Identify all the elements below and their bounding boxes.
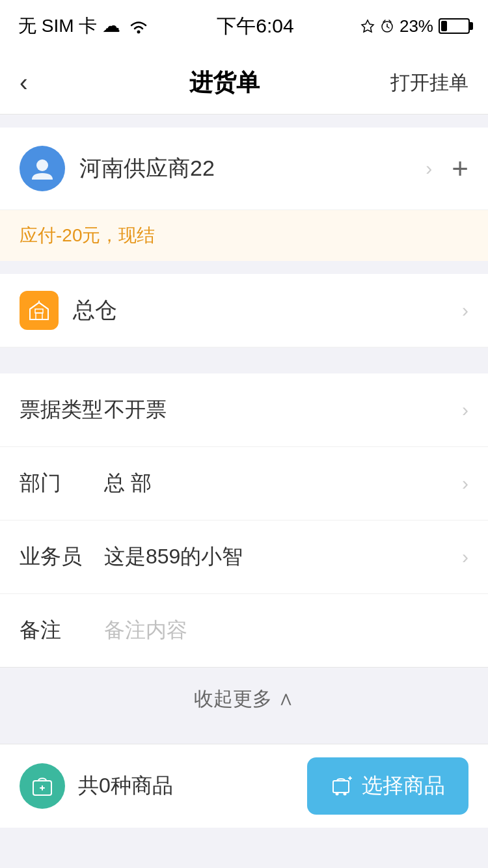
svg-rect-9 <box>333 781 349 793</box>
collapse-button[interactable]: 收起更多 ∧ <box>0 667 488 731</box>
user-icon <box>29 155 56 182</box>
product-icon-wrap <box>20 763 65 809</box>
svg-point-0 <box>137 31 141 34</box>
svg-rect-7 <box>36 313 42 319</box>
department-chevron-icon: › <box>462 472 468 495</box>
nav-bar: ‹ 进货单 打开挂单 <box>0 52 488 115</box>
invoice-label: 票据类型 <box>20 396 104 424</box>
notice-banner: 应付-20元，现结 <box>0 210 488 261</box>
salesperson-row[interactable]: 业务员 这是859的小智 › <box>0 521 488 594</box>
battery-icon <box>439 18 470 34</box>
department-value: 总 部 <box>104 469 462 498</box>
department-row[interactable]: 部门 总 部 › <box>0 447 488 521</box>
section-gap-2 <box>0 261 488 274</box>
status-right: 23% <box>360 16 470 36</box>
supplier-section: 河南供应商22 › + 应付-20元，现结 <box>0 128 488 261</box>
section-gap-1 <box>0 115 488 128</box>
status-bar: 无 SIM 卡 ☁ 下午6:04 23% <box>0 0 488 52</box>
salesperson-value: 这是859的小智 <box>104 543 462 571</box>
warehouse-chevron-icon: › <box>462 299 468 321</box>
form-section: 票据类型 不开票 › 部门 总 部 › 业务员 这是859的小智 › 备注 备注… <box>0 373 488 667</box>
status-left: 无 SIM 卡 ☁ <box>18 14 150 38</box>
svg-point-10 <box>336 793 339 796</box>
warehouse-row[interactable]: 总仓 › <box>0 274 488 347</box>
cart-icon <box>331 774 354 798</box>
svg-line-3 <box>387 27 389 28</box>
product-icon <box>29 773 55 799</box>
supplier-row[interactable]: 河南供应商22 › + <box>0 128 488 210</box>
supplier-avatar <box>20 146 65 191</box>
page-title: 进货单 <box>59 67 390 99</box>
select-product-button[interactable]: 选择商品 <box>307 757 468 815</box>
warehouse-name: 总仓 <box>73 295 462 325</box>
location-icon <box>360 19 375 33</box>
open-pending-button[interactable]: 打开挂单 <box>390 70 468 96</box>
salesperson-label: 业务员 <box>20 543 104 571</box>
status-time: 下午6:04 <box>217 13 293 40</box>
sim-signal: 无 SIM 卡 ☁ <box>18 14 120 38</box>
invoice-type-row[interactable]: 票据类型 不开票 › <box>0 373 488 447</box>
supplier-chevron-icon: › <box>426 157 432 180</box>
section-gap-3 <box>0 347 488 360</box>
invoice-value: 不开票 <box>104 396 462 424</box>
product-count: 共0种商品 <box>78 772 307 800</box>
wifi-icon <box>127 18 150 34</box>
house-icon <box>27 299 51 322</box>
svg-point-11 <box>344 793 347 796</box>
department-label: 部门 <box>20 469 104 498</box>
page-background <box>0 828 488 868</box>
select-product-label: 选择商品 <box>362 772 445 800</box>
product-bar: 共0种商品 选择商品 <box>0 744 488 828</box>
battery-percent: 23% <box>400 16 433 36</box>
note-label: 备注 <box>20 616 104 645</box>
salesperson-chevron-icon: › <box>462 546 468 568</box>
invoice-chevron-icon: › <box>462 399 468 421</box>
note-row[interactable]: 备注 备注内容 <box>0 594 488 667</box>
supplier-name: 河南供应商22 <box>79 154 426 183</box>
warehouse-section: 总仓 › <box>0 274 488 347</box>
svg-point-6 <box>36 159 48 171</box>
back-button[interactable]: ‹ <box>20 69 59 97</box>
note-input[interactable]: 备注内容 <box>104 616 468 645</box>
alarm-icon <box>380 19 394 33</box>
warehouse-icon <box>20 291 59 330</box>
add-supplier-button[interactable]: + <box>452 154 468 183</box>
